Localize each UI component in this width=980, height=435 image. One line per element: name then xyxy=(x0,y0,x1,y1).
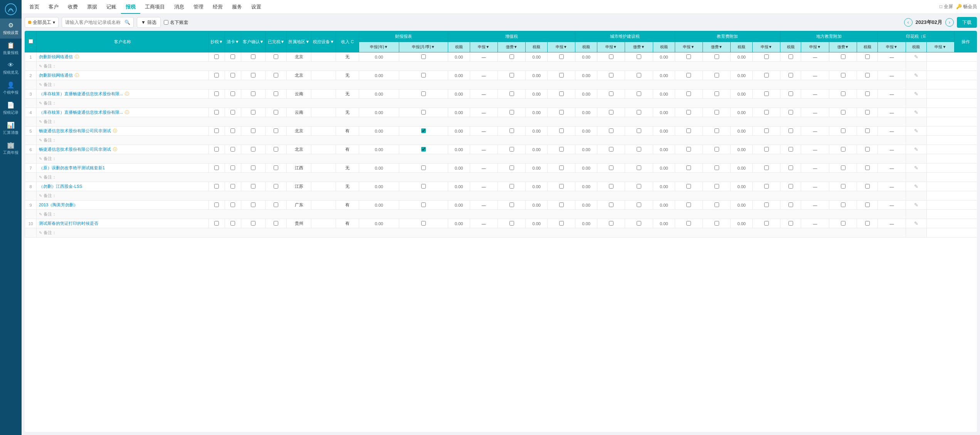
nav-home[interactable]: 首页 xyxy=(25,0,44,14)
pencil-icon: ✎ xyxy=(39,101,42,105)
edit-icon[interactable]: ✎ xyxy=(914,54,918,60)
nav-operation[interactable]: 经营 xyxy=(208,0,227,14)
confirm-checkbox[interactable] xyxy=(251,202,256,207)
account-checkbox-label[interactable]: 名下账套 xyxy=(164,19,188,26)
region-cell: 北京 xyxy=(287,145,311,154)
nav-management[interactable]: 管理 xyxy=(189,0,208,14)
paid-checkbox[interactable] xyxy=(274,184,278,189)
edit-icon[interactable]: ✎ xyxy=(914,221,918,226)
confirm-checkbox[interactable] xyxy=(251,221,256,226)
table-row: 8 （勿删）江西股金-LSS 江苏 无 0.00 0.00 — 0.00 0.0… xyxy=(25,182,977,191)
nav-service[interactable]: 服务 xyxy=(227,0,247,14)
sidebar-item-annual-report[interactable]: 🏢 工商年报 xyxy=(0,138,22,158)
sidebar-item-annual-settlement[interactable]: 📊 汇算清缴 xyxy=(0,118,22,138)
confirm-checkbox[interactable] xyxy=(251,184,256,189)
nav-accounting[interactable]: 记账 xyxy=(102,0,121,14)
nav-tax[interactable]: 报税 xyxy=(121,0,140,14)
clear-card-checkbox[interactable] xyxy=(230,128,235,133)
vat-amount-cell: 0.00 xyxy=(448,201,470,210)
clear-card-checkbox[interactable] xyxy=(230,147,235,152)
fullscreen-btn[interactable]: □ 全屏 xyxy=(940,3,953,10)
search-input[interactable] xyxy=(65,20,123,25)
select-all-checkbox[interactable] xyxy=(29,39,33,44)
paid-checkbox[interactable] xyxy=(274,165,278,170)
download-button[interactable]: 下载 xyxy=(957,17,977,28)
value-cell: 0.00 xyxy=(359,201,399,210)
copy-tax-checkbox[interactable] xyxy=(214,73,219,78)
sidebar-item-tax-records[interactable]: 📄 报税记录 xyxy=(0,98,22,118)
clear-card-checkbox[interactable] xyxy=(230,221,235,226)
edit-icon[interactable]: ✎ xyxy=(914,147,918,152)
copy-tax-checkbox[interactable] xyxy=(214,184,219,189)
clear-card-checkbox[interactable] xyxy=(230,91,235,96)
copy-tax-checkbox[interactable] xyxy=(214,128,219,133)
confirm-checkbox[interactable] xyxy=(251,147,256,152)
remark-cell: ✎备注： xyxy=(37,191,906,201)
clear-card-checkbox[interactable] xyxy=(230,165,235,170)
nav-customer[interactable]: 客户 xyxy=(44,0,63,14)
client-name-cell: （库存核算）直播畅捷通信息技术股份有限... ⓘ xyxy=(37,89,209,99)
confirm-checkbox[interactable] xyxy=(251,128,256,133)
paid-checkbox[interactable] xyxy=(274,73,278,78)
paid-checkbox[interactable] xyxy=(274,221,278,226)
clear-card-checkbox[interactable] xyxy=(230,184,235,189)
sidebar-item-personal-tax[interactable]: 👤 个税申报 xyxy=(0,78,22,98)
sidebar-item-tax-view[interactable]: 👁 报税览见 xyxy=(0,59,22,78)
nav-billing[interactable]: 收费 xyxy=(63,0,82,14)
nav-invoice[interactable]: 票据 xyxy=(82,0,102,14)
remark-cell: ✎备注： xyxy=(37,210,906,219)
nav-business[interactable]: 工商项目 xyxy=(140,0,170,14)
th-vat-amount: 税额 xyxy=(448,42,470,52)
paid-checkbox[interactable] xyxy=(274,91,278,96)
copy-tax-checkbox[interactable] xyxy=(214,165,219,170)
edit-icon[interactable]: ✎ xyxy=(914,110,918,115)
vip-btn[interactable]: 🔑 畅会员 xyxy=(956,3,977,10)
sidebar-item-batch-tax[interactable]: 📋 批量报税 xyxy=(0,39,22,59)
income-cell: 有 xyxy=(336,126,359,136)
filter-dot xyxy=(28,21,31,24)
personal-tax-icon: 👤 xyxy=(7,81,15,89)
copy-tax-checkbox[interactable] xyxy=(214,54,219,59)
nav-settings[interactable]: 设置 xyxy=(247,0,266,14)
confirm-checkbox[interactable] xyxy=(251,110,256,115)
copy-tax-checkbox[interactable] xyxy=(214,110,219,115)
edit-icon[interactable]: ✎ xyxy=(914,184,918,189)
clear-card-checkbox[interactable] xyxy=(230,73,235,78)
paid-checkbox[interactable] xyxy=(274,54,278,59)
clear-card-checkbox[interactable] xyxy=(230,110,235,115)
copy-tax-checkbox[interactable] xyxy=(214,91,219,96)
sidebar-item-tax-settings[interactable]: ⚙ 报税设置 xyxy=(0,19,22,39)
employee-filter-select[interactable]: 全部员工 ▾ xyxy=(25,17,59,28)
paid-cell xyxy=(266,108,287,117)
next-month-button[interactable]: › xyxy=(945,18,954,27)
paid-checkbox[interactable] xyxy=(274,202,278,207)
confirm-checkbox[interactable] xyxy=(251,73,256,78)
paid-checkbox[interactable] xyxy=(274,128,278,133)
row-number: 10 xyxy=(25,219,37,228)
clear-card-checkbox[interactable] xyxy=(230,54,235,59)
copy-tax-checkbox[interactable] xyxy=(214,147,219,152)
paid-cell xyxy=(266,201,287,210)
confirm-checkbox[interactable] xyxy=(251,91,256,96)
account-checkbox[interactable] xyxy=(164,20,168,25)
row-number: 7 xyxy=(25,164,37,173)
filter-button[interactable]: ▼ 筛选 xyxy=(137,17,161,28)
copy-tax-checkbox[interactable] xyxy=(214,221,219,226)
edit-icon[interactable]: ✎ xyxy=(914,72,918,78)
paid-checkbox[interactable] xyxy=(274,110,278,115)
copy-tax-checkbox[interactable] xyxy=(214,202,219,207)
th-operation: 操作 xyxy=(955,31,977,52)
paid-cell xyxy=(266,182,287,191)
confirm-checkbox[interactable] xyxy=(251,54,256,59)
remark-cell: ✎备注： xyxy=(37,136,906,145)
clear-card-checkbox[interactable] xyxy=(230,202,235,207)
nav-message[interactable]: 消息 xyxy=(170,0,189,14)
confirm-checkbox[interactable] xyxy=(251,165,256,170)
prev-month-button[interactable]: ‹ xyxy=(904,18,913,27)
paid-checkbox[interactable] xyxy=(274,147,278,152)
edit-icon[interactable]: ✎ xyxy=(914,165,918,171)
region-cell: 江西 xyxy=(287,164,311,173)
edit-icon[interactable]: ✎ xyxy=(914,128,918,134)
edit-icon[interactable]: ✎ xyxy=(914,91,918,97)
edit-icon[interactable]: ✎ xyxy=(914,202,918,208)
